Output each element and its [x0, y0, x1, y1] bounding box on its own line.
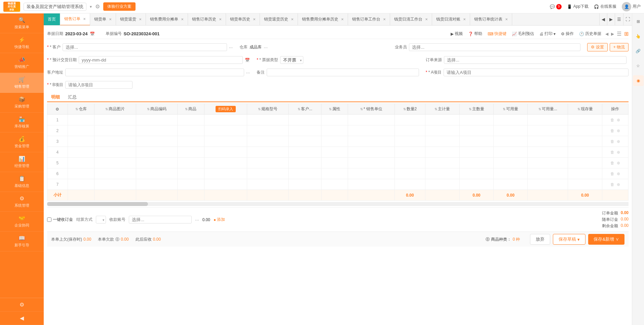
tab-4[interactable]: 销售费用分摊单 ✕ — [146, 13, 188, 26]
row-5-attr[interactable] — [321, 158, 348, 168]
sidebar-item-search[interactable]: 🔍 搜索菜单 — [0, 13, 44, 33]
a-project-input[interactable] — [444, 69, 629, 76]
tab-2[interactable]: 销货单 ✕ — [90, 13, 116, 26]
tab-close[interactable]: ✕ — [341, 17, 344, 21]
row-1-customer_code[interactable] — [289, 115, 321, 125]
row-2-main_qty[interactable] — [459, 125, 493, 136]
row-4-unit[interactable] — [348, 147, 394, 158]
right-panel-expand-btn[interactable]: ⊞ — [633, 16, 644, 27]
row-5-image[interactable] — [94, 158, 136, 168]
tab-menu-btn[interactable]: ☰ — [615, 13, 623, 26]
salesperson-input[interactable] — [409, 43, 580, 51]
col-header-main_qty[interactable]: 主数量 — [459, 104, 493, 115]
row-7-main_qty[interactable] — [459, 179, 493, 190]
tab-close[interactable]: ✕ — [219, 17, 222, 21]
row-6-actions[interactable]: 🗑 ⊕ — [602, 168, 628, 179]
row-3-attr[interactable] — [321, 136, 348, 147]
row-1-available[interactable] — [494, 115, 528, 125]
row-5-warehouse[interactable] — [68, 158, 94, 168]
add-btn[interactable]: ● 添加 — [214, 217, 225, 222]
row-2-spec[interactable] — [247, 125, 289, 136]
customer-input[interactable] — [63, 43, 227, 51]
row-6-current_qty[interactable] — [568, 168, 602, 179]
row-7-customer_code[interactable] — [289, 179, 321, 190]
row-4-image[interactable] — [94, 147, 136, 158]
row-2-sku[interactable] — [136, 125, 178, 136]
row-5-main_qty[interactable] — [459, 158, 493, 168]
tab-3[interactable]: 销货退货 ✕ — [116, 13, 146, 26]
row-6-image[interactable] — [94, 168, 136, 179]
row-3-customer_code[interactable] — [289, 136, 321, 147]
col-header-image[interactable]: 商品图片 — [94, 104, 136, 115]
row-1-current_qty[interactable] — [568, 115, 602, 125]
system-dropdown-icon[interactable]: ▾ — [90, 4, 92, 9]
sidebar-collapse-btn[interactable]: ◀ — [0, 312, 44, 325]
row-4-customer_code[interactable] — [289, 147, 321, 158]
row-2-available2[interactable] — [528, 125, 568, 136]
copy-icon[interactable]: ⊕ — [617, 182, 620, 187]
help-btn[interactable]: ❓ 帮助 — [467, 30, 484, 37]
copy-icon[interactable]: ⊕ — [617, 139, 620, 144]
row-7-image[interactable] — [94, 179, 136, 190]
row-1-unit[interactable] — [348, 115, 394, 125]
row-2-unit[interactable] — [348, 125, 394, 136]
notes-input[interactable] — [267, 69, 419, 76]
detail-tab-汇总[interactable]: 汇总 — [64, 93, 81, 101]
row-2-warehouse[interactable] — [68, 125, 94, 136]
row-3-unit[interactable] — [348, 136, 394, 147]
discard-button[interactable]: 放弃 — [530, 234, 550, 245]
row-7-available2[interactable] — [528, 179, 568, 190]
copy-icon[interactable]: ⊕ — [617, 171, 620, 176]
right-panel-orange-btn[interactable]: ◉ — [633, 75, 644, 86]
row-4-product[interactable] — [178, 147, 204, 158]
row-3-qty2[interactable] — [394, 136, 425, 147]
add-field-btn[interactable]: + 物流 — [610, 43, 629, 51]
col-settings-icon[interactable]: ⚙ — [55, 107, 59, 112]
row-4-main_unit[interactable] — [425, 147, 459, 158]
row-1-product[interactable] — [178, 115, 204, 125]
tab-close[interactable]: ✕ — [463, 17, 466, 21]
address-input[interactable] — [65, 69, 244, 76]
row-3-product[interactable] — [178, 136, 204, 147]
delete-icon[interactable]: 🗑 — [610, 150, 614, 155]
row-4-available2[interactable] — [528, 147, 568, 158]
row-4-scan[interactable] — [204, 147, 247, 158]
profit-forecast-btn[interactable]: 📈 毛利预估 — [510, 30, 535, 37]
row-5-actions[interactable]: 🗑 ⊕ — [602, 158, 628, 168]
delete-icon[interactable]: 🗑 — [610, 171, 614, 176]
invoice-select[interactable]: 不开票 — [280, 56, 303, 64]
col-header-current_qty[interactable]: 现存量 — [568, 104, 602, 115]
tab-1[interactable]: 销售订单 ✕ — [60, 13, 90, 26]
row-4-actions[interactable]: 🗑 ⊕ — [602, 147, 628, 158]
scan-btn[interactable]: 扫码录入 — [216, 106, 236, 112]
row-1-available2[interactable] — [528, 115, 568, 125]
save-new-button[interactable]: 保存&新增 ∨ — [588, 234, 624, 245]
row-4-available[interactable] — [494, 147, 528, 158]
row-2-available[interactable] — [494, 125, 528, 136]
row-2-customer_code[interactable] — [289, 125, 321, 136]
row-2-image[interactable] — [94, 125, 136, 136]
row-2-actions[interactable]: 🗑 ⊕ — [602, 125, 628, 136]
app-download-link[interactable]: 📱 App下载 — [567, 4, 589, 9]
row-7-actions[interactable]: 🗑 ⊕ — [602, 179, 628, 190]
row-6-attr[interactable] — [321, 168, 348, 179]
save-draft-button[interactable]: 保存草稿 ▾ — [553, 234, 585, 245]
row-5-qty2[interactable] — [394, 158, 425, 168]
sidebar-item-guide[interactable]: 📖 新手引导 — [0, 232, 44, 251]
right-panel-fingerprint-btn[interactable]: 👆 — [633, 31, 644, 42]
tab-close[interactable]: ✕ — [83, 17, 86, 21]
sidebar-item-marketing[interactable]: 📣 营销推广 — [0, 53, 44, 73]
tab-9[interactable]: 销售订单工作台 ✕ — [348, 13, 390, 26]
horizontal-scrollbar[interactable] — [47, 202, 629, 206]
sidebar-item-system[interactable]: ⚙ 系统管理 — [0, 192, 44, 212]
warehouse-more-btn[interactable]: ··· — [264, 45, 268, 50]
row-6-unit[interactable] — [348, 168, 394, 179]
save-draft-dropdown-icon[interactable]: ▾ — [577, 237, 580, 242]
row-3-sku[interactable] — [136, 136, 178, 147]
tab-prev-btn[interactable]: ◀ — [599, 13, 607, 26]
row-1-main_unit[interactable] — [425, 115, 459, 125]
row-1-sku[interactable] — [136, 115, 178, 125]
order-source-input[interactable] — [444, 56, 627, 64]
notification-icon[interactable]: 💬 9 — [550, 4, 562, 9]
calendar-icon[interactable]: 📅 — [90, 32, 95, 36]
